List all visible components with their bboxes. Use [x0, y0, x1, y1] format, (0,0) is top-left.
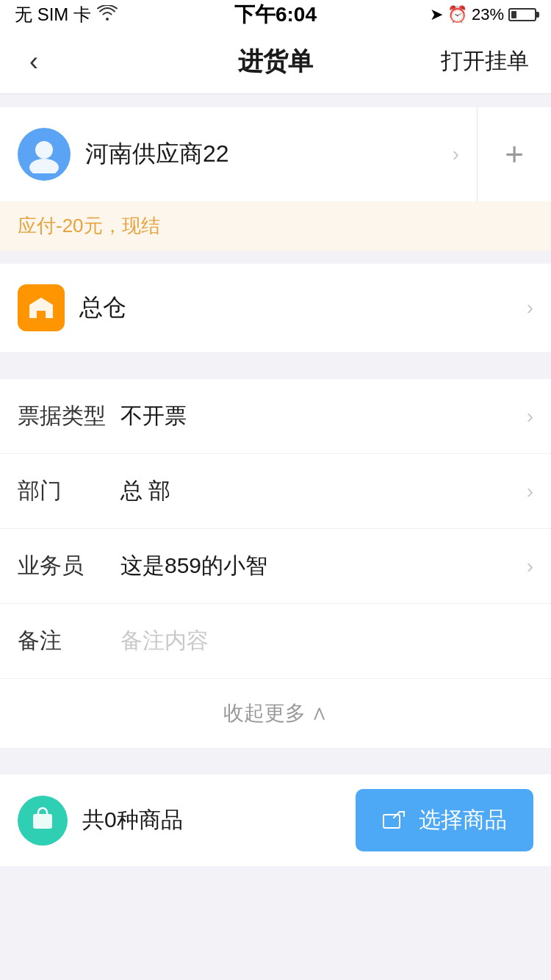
notice-text: 应付-20元，现结 [18, 215, 160, 237]
warehouse-icon [18, 284, 65, 331]
remark-label: 备注 [18, 626, 120, 656]
form-section: 票据类型 不开票 › 部门 总 部 › 业务员 这是859的小智 › 备注 备注… [0, 379, 551, 678]
status-left: 无 SIM 卡 [15, 3, 118, 26]
department-chevron-icon: › [527, 480, 533, 503]
page-title: 进货单 [238, 45, 313, 79]
supplier-section: 河南供应商22 › + [0, 107, 551, 201]
collapse-button[interactable]: 收起更多 ∧ [0, 678, 551, 748]
status-right: ➤ ⏰ 23% [430, 5, 536, 24]
back-button[interactable]: ‹ [22, 39, 46, 84]
department-row[interactable]: 部门 总 部 › [0, 454, 551, 529]
bottom-bar: 共0种商品 选择商品 [0, 774, 551, 866]
battery-icon [508, 8, 536, 21]
alarm-icon: ⏰ [447, 5, 467, 24]
carrier-label: 无 SIM 卡 [15, 3, 91, 26]
notice-bar: 应付-20元，现结 [0, 201, 551, 251]
svg-rect-3 [33, 814, 52, 829]
invoice-type-chevron-icon: › [527, 405, 533, 428]
supplier-selector[interactable]: 河南供应商22 › [0, 107, 478, 201]
warehouse-chevron-icon: › [527, 296, 533, 320]
invoice-type-row[interactable]: 票据类型 不开票 › [0, 379, 551, 454]
salesperson-chevron-icon: › [527, 555, 533, 578]
supplier-avatar [18, 128, 71, 181]
location-icon: ➤ [430, 5, 443, 24]
battery-label: 23% [472, 5, 504, 24]
salesperson-label: 业务员 [18, 551, 120, 581]
wifi-icon [97, 5, 118, 25]
svg-rect-2 [37, 311, 46, 318]
collapse-label: 收起更多 ∧ [223, 699, 328, 727]
remark-input[interactable]: 备注内容 [120, 626, 533, 656]
salesperson-value: 这是859的小智 [120, 551, 519, 581]
invoice-type-value: 不开票 [120, 401, 519, 431]
remark-row[interactable]: 备注 备注内容 [0, 604, 551, 678]
divider-1 [0, 94, 551, 107]
divider-3 [0, 353, 551, 366]
select-product-button[interactable]: 选择商品 [356, 789, 533, 851]
divider-4 [0, 748, 551, 761]
department-label: 部门 [18, 476, 120, 506]
svg-point-1 [29, 159, 59, 173]
svg-point-0 [35, 141, 53, 159]
divider-2 [0, 251, 551, 264]
warehouse-selector[interactable]: 总仓 › [0, 264, 551, 353]
warehouse-name: 总仓 [79, 292, 519, 324]
nav-bar: ‹ 进货单 打开挂单 [0, 29, 551, 94]
status-bar: 无 SIM 卡 下午6:04 ➤ ⏰ 23% [0, 0, 551, 29]
invoice-type-label: 票据类型 [18, 401, 120, 431]
page-bottom [0, 866, 551, 980]
supplier-chevron-icon: › [453, 143, 459, 166]
department-value: 总 部 [120, 476, 519, 506]
product-count-label: 共0种商品 [82, 805, 341, 835]
product-icon [18, 796, 68, 846]
status-time: 下午6:04 [234, 1, 317, 29]
salesperson-row[interactable]: 业务员 这是859的小智 › [0, 529, 551, 604]
svg-rect-4 [383, 815, 400, 828]
open-pending-button[interactable]: 打开挂单 [441, 46, 529, 76]
add-supplier-button[interactable]: + [478, 136, 551, 173]
select-product-label: 选择商品 [419, 805, 507, 835]
supplier-name: 河南供应商22 [85, 138, 445, 170]
